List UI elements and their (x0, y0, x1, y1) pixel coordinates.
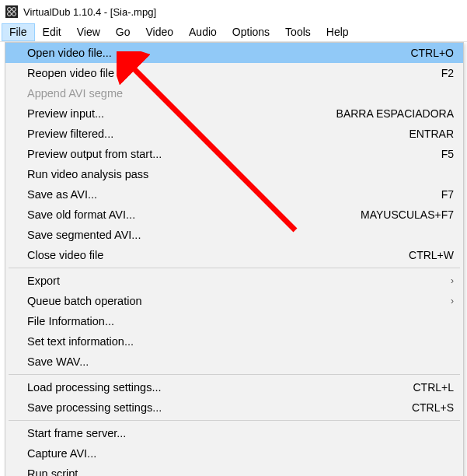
menuitem-export[interactable]: Export› (5, 271, 463, 291)
menuitem-set-text-information[interactable]: Set text information... (5, 331, 463, 352)
menuitem-label: Set text information... (27, 335, 454, 348)
menuitem-label: Preview output from start... (27, 148, 441, 160)
menuitem-run-script[interactable]: Run script... (5, 464, 463, 476)
menu-go[interactable]: Go (108, 23, 138, 41)
menuitem-save-as-avi[interactable]: Save as AVI...F7 (5, 184, 463, 205)
menuitem-start-frame-server[interactable]: Start frame server... (5, 423, 463, 443)
menu-separator (9, 420, 460, 421)
menuitem-label: Export (27, 275, 451, 287)
menuitem-label: Save segmented AVI... (27, 229, 454, 241)
menuitem-preview-output-from-start[interactable]: Preview output from start...F5 (5, 144, 463, 164)
titlebar: VirtualDub 1.10.4 - [Sia-.mpg] (0, 0, 467, 23)
menuitem-label: Preview filtered... (27, 128, 409, 140)
menuitem-save-wav[interactable]: Save WAV... (5, 352, 463, 372)
menu-options[interactable]: Options (225, 23, 277, 41)
menuitem-save-processing-settings[interactable]: Save processing settings...CTRL+S (5, 397, 463, 418)
app-icon (5, 5, 19, 19)
menuitem-save-segmented-avi[interactable]: Save segmented AVI... (5, 225, 463, 245)
menu-file[interactable]: File (2, 23, 35, 41)
menuitem-label: Reopen video file (27, 67, 441, 79)
menuitem-capture-avi[interactable]: Capture AVI... (5, 443, 463, 464)
menuitem-file-information[interactable]: File Information... (5, 311, 463, 331)
menuitem-shortcut: F2 (441, 67, 454, 79)
menuitem-shortcut: CTRL+S (412, 401, 454, 414)
menuitem-label: Save old format AVI... (27, 208, 361, 221)
menuitem-load-processing-settings[interactable]: Load processing settings...CTRL+L (5, 377, 463, 397)
menu-separator (9, 268, 460, 268)
menu-video[interactable]: Video (138, 23, 181, 41)
chevron-right-icon: › (451, 296, 454, 306)
menuitem-shortcut: CTRL+L (413, 381, 454, 394)
menubar: FileEditViewGoVideoAudioOptionsToolsHelp (0, 23, 467, 42)
menuitem-label: Close video file (27, 249, 409, 261)
menuitem-append-avi-segme: Append AVI segme (5, 83, 463, 103)
menuitem-label: Preview input... (27, 107, 336, 120)
menuitem-label: Run script... (27, 467, 454, 476)
chevron-right-icon: › (451, 275, 454, 286)
menuitem-label: Start frame server... (27, 427, 454, 439)
menuitem-label: Run video analysis pass (27, 168, 454, 180)
menuitem-label: Queue batch operation (27, 295, 451, 307)
menuitem-close-video-file[interactable]: Close video fileCTRL+W (5, 245, 463, 265)
menuitem-label: Save as AVI... (27, 188, 441, 201)
menuitem-label: Save processing settings... (27, 401, 412, 414)
menuitem-shortcut: MAYUSCULAS+F7 (361, 208, 454, 221)
file-menu-dropdown: Open video file...CTRL+OReopen video fil… (5, 42, 464, 476)
menuitem-shortcut: ENTRAR (409, 128, 454, 140)
menuitem-shortcut: CTRL+W (409, 249, 454, 261)
menu-audio[interactable]: Audio (181, 23, 225, 41)
menuitem-preview-input[interactable]: Preview input...BARRA ESPACIADORA (5, 103, 463, 124)
menu-help[interactable]: Help (319, 23, 357, 41)
menu-separator (9, 374, 460, 375)
menuitem-shortcut: CTRL+O (410, 47, 454, 59)
menuitem-shortcut: F5 (441, 148, 454, 160)
menuitem-label: Save WAV... (27, 355, 454, 368)
menuitem-run-video-analysis-pass[interactable]: Run video analysis pass (5, 164, 463, 184)
menuitem-shortcut: F7 (441, 188, 454, 201)
menuitem-label: Open video file... (27, 47, 410, 59)
menu-view[interactable]: View (69, 23, 108, 41)
svg-rect-0 (5, 5, 18, 18)
menu-tools[interactable]: Tools (277, 23, 319, 41)
menuitem-label: File Information... (27, 315, 454, 327)
menuitem-preview-filtered[interactable]: Preview filtered...ENTRAR (5, 124, 463, 144)
menuitem-label: Load processing settings... (27, 381, 413, 394)
menuitem-save-old-format-avi[interactable]: Save old format AVI...MAYUSCULAS+F7 (5, 205, 463, 225)
menuitem-queue-batch-operation[interactable]: Queue batch operation› (5, 291, 463, 311)
menuitem-label: Append AVI segme (27, 87, 454, 100)
window-title: VirtualDub 1.10.4 - [Sia-.mpg] (23, 6, 156, 18)
menuitem-open-video-file[interactable]: Open video file...CTRL+O (5, 43, 463, 63)
menuitem-reopen-video-file[interactable]: Reopen video fileF2 (5, 63, 463, 83)
menuitem-label: Capture AVI... (27, 447, 454, 460)
menuitem-shortcut: BARRA ESPACIADORA (336, 107, 454, 120)
menu-edit[interactable]: Edit (35, 23, 69, 41)
